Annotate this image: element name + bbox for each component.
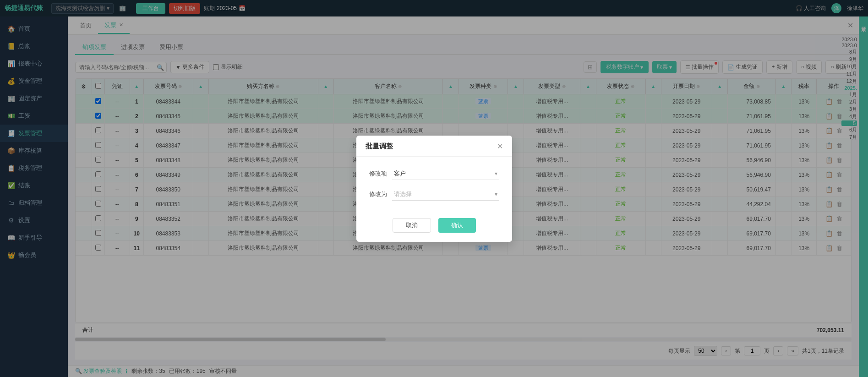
- modal-title: 批量调整: [366, 142, 393, 151]
- modify-to-label: 修改为: [369, 190, 392, 198]
- modify-to-select[interactable]: 请选择 ▾: [392, 188, 499, 201]
- modify-field-row: 修改项 客户 ▾: [369, 168, 499, 180]
- modal-close-button[interactable]: ✕: [497, 142, 503, 151]
- modify-field-value: 客户: [394, 169, 406, 178]
- modal-footer: 取消 确认: [356, 218, 512, 242]
- modify-to-chevron-icon: ▾: [495, 191, 497, 197]
- modal-cancel-button[interactable]: 取消: [393, 218, 431, 233]
- modify-field-label: 修改项: [369, 169, 392, 178]
- modify-to-placeholder: 请选择: [394, 190, 412, 198]
- batch-adjust-modal: 批量调整 ✕ 修改项 客户 ▾ 修改为 请选择 ▾ 取消 确认: [356, 136, 512, 242]
- modify-field-select[interactable]: 客户 ▾: [392, 168, 499, 180]
- modal-header: 批量调整 ✕: [356, 136, 512, 157]
- modify-to-row: 修改为 请选择 ▾: [369, 188, 499, 201]
- modify-field-chevron-icon: ▾: [495, 170, 497, 177]
- modal-confirm-button[interactable]: 确认: [438, 218, 476, 233]
- modal-overlay: 批量调整 ✕ 修改项 客户 ▾ 修改为 请选择 ▾ 取消 确认: [0, 0, 868, 377]
- modal-body: 修改项 客户 ▾ 修改为 请选择 ▾: [356, 157, 512, 218]
